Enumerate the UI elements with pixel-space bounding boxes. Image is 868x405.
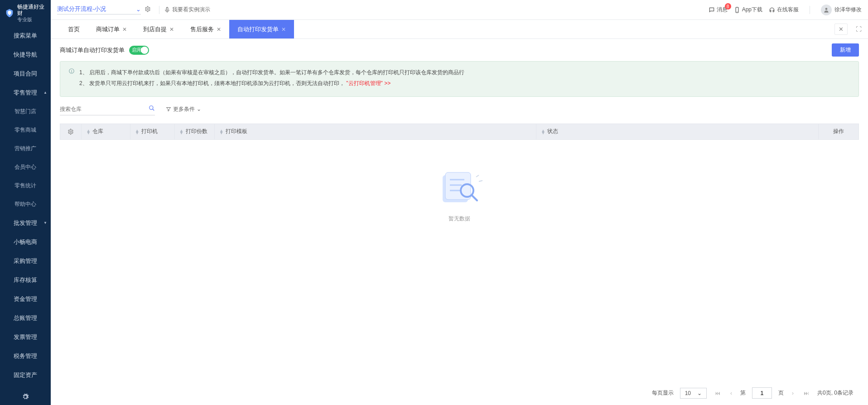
feature-label: 商城订单自动打印发货单 — [60, 46, 125, 54]
last-page[interactable]: ⏭ — [802, 390, 811, 396]
sidebar-item-1[interactable]: 快捷导航 — [0, 45, 51, 64]
tab[interactable]: 售后服务✕ — [182, 20, 229, 38]
search-warehouse[interactable] — [60, 103, 155, 115]
close-icon[interactable]: ✕ — [169, 26, 174, 33]
headset-icon — [769, 7, 775, 13]
empty-text: 暂无数据 — [448, 215, 470, 223]
sidebar-item-3[interactable]: 零售管理▲ — [0, 83, 51, 102]
sidebar-item-6[interactable]: 营销推广 — [0, 139, 51, 158]
col-0[interactable] — [60, 124, 82, 139]
user-name: 徐泽华修改 — [834, 6, 862, 14]
org-selector[interactable]: 测试分开流程-小况 ⌄ — [57, 5, 141, 14]
logo-icon — [5, 8, 14, 18]
chevron-down-icon: ⌄ — [697, 390, 702, 396]
enable-switch[interactable]: 启用 — [129, 46, 149, 55]
page-size-selector[interactable]: 10 ⌄ — [680, 388, 707, 399]
brand-logo: 畅捷通好业财 专业版 — [0, 0, 51, 26]
sidebar-item-5[interactable]: 零售商城 — [0, 121, 51, 139]
sidebar-item-11[interactable]: 小畅电商 — [0, 233, 51, 252]
switch-handle — [141, 47, 148, 54]
messages[interactable]: 消息 8 — [709, 6, 728, 14]
sidebar-item-19[interactable]: 工资 — [0, 385, 51, 389]
sort-icon[interactable]: ▲▼ — [541, 129, 545, 134]
per-page-label: 每页显示 — [652, 389, 674, 397]
user-icon — [823, 7, 829, 13]
sidebar-item-14[interactable]: 资金管理 — [0, 290, 51, 309]
switch-label: 启用 — [132, 47, 142, 53]
col-1[interactable]: ▲▼仓库 — [82, 124, 130, 139]
sort-icon[interactable]: ▲▼ — [179, 129, 184, 134]
chevron-down-icon: ⌄ — [136, 6, 141, 13]
col-6: 操作 — [819, 124, 858, 139]
demo-link[interactable]: 我要看实例演示 — [164, 6, 210, 14]
search-icon[interactable] — [149, 105, 155, 113]
more-filters[interactable]: 更多条件 ⌄ — [166, 105, 201, 113]
svg-line-8 — [153, 109, 154, 111]
sidebar-item-8[interactable]: 零售统计 — [0, 176, 51, 195]
col-3[interactable]: ▲▼打印份数 — [175, 124, 215, 139]
svg-point-9 — [70, 131, 72, 133]
col-2[interactable]: ▲▼打印机 — [130, 124, 175, 139]
empty-state: 暂无数据 — [60, 140, 859, 250]
page-tabs: 首页商城订单✕到店自提✕售后服务✕自动打印发货单✕ ✕ ⛶ — [51, 20, 868, 39]
avatar — [821, 5, 832, 15]
sidebar-nav: 搜索菜单快捷导航项目合同零售管理▲智慧门店零售商城营销推广会员中心零售统计帮助中… — [0, 26, 51, 389]
caret-icon: ▲ — [43, 91, 47, 95]
brand-title: 畅捷通好业财 — [17, 4, 46, 17]
cloud-printer-link[interactable]: "云打印机管理" >> — [346, 80, 391, 86]
sort-icon[interactable]: ▲▼ — [135, 129, 140, 134]
sort-icon[interactable]: ▲▼ — [219, 129, 224, 134]
close-icon[interactable]: ✕ — [217, 26, 221, 33]
sidebar-item-7[interactable]: 会员中心 — [0, 158, 51, 176]
sidebar-item-13[interactable]: 库存核算 — [0, 271, 51, 290]
close-icon[interactable]: ✕ — [281, 26, 286, 33]
search-input[interactable] — [60, 103, 149, 115]
sidebar-item-16[interactable]: 发票管理 — [0, 328, 51, 347]
info-line-2a: 2、 发货单只可用云打印机来打，如果只有本地打印机，须将本地打印机添加为云打印机… — [79, 80, 345, 86]
next-page[interactable]: › — [790, 390, 796, 396]
prev-page[interactable]: ‹ — [728, 390, 734, 396]
svg-point-7 — [149, 106, 153, 110]
sidebar-item-15[interactable]: 总账管理 — [0, 309, 51, 328]
org-name: 测试分开流程-小况 — [57, 5, 106, 13]
sidebar-item-12[interactable]: 采购管理 — [0, 252, 51, 271]
svg-point-3 — [825, 8, 828, 10]
tip-icon — [68, 68, 75, 90]
close-icon[interactable]: ✕ — [122, 26, 127, 33]
first-page[interactable]: ⏮ — [713, 390, 722, 396]
sidebar-item-2[interactable]: 项目合同 — [0, 64, 51, 83]
svg-rect-11 — [445, 172, 471, 200]
tab[interactable]: 首页 — [60, 20, 88, 38]
phone-icon — [734, 7, 740, 13]
sidebar-item-9[interactable]: 帮助中心 — [0, 195, 51, 214]
sidebar-settings[interactable] — [0, 389, 51, 405]
app-download[interactable]: App下载 — [734, 6, 762, 14]
settings-icon[interactable] — [145, 6, 151, 14]
info-line-1: 1、 启用后，商城下单付款成功后（如果有审核是在审核之后），自动打印发货单。如果… — [79, 68, 464, 77]
add-button[interactable]: 新增 — [832, 43, 859, 57]
sidebar-item-0[interactable]: 搜索菜单 — [0, 26, 51, 45]
sidebar-item-10[interactable]: 批发管理▼ — [0, 214, 51, 233]
sidebar-item-4[interactable]: 智慧门店 — [0, 102, 51, 121]
tabs-close-all[interactable]: ✕ — [834, 24, 848, 35]
sort-icon[interactable]: ▲▼ — [86, 129, 91, 134]
col-4[interactable]: ▲▼打印模板 — [215, 124, 536, 139]
divider — [159, 6, 159, 14]
sidebar-item-18[interactable]: 固定资产 — [0, 366, 51, 385]
svg-line-16 — [472, 195, 477, 200]
filter-icon — [166, 106, 171, 112]
table-header: ▲▼仓库▲▼打印机▲▼打印份数▲▼打印模板▲▼状态操作 — [60, 124, 859, 140]
message-icon — [709, 7, 715, 13]
tab[interactable]: 商城订单✕ — [88, 20, 135, 38]
msg-badge: 8 — [725, 3, 731, 10]
mic-icon — [164, 7, 170, 13]
tab[interactable]: 自动打印发货单✕ — [229, 20, 294, 38]
customer-service[interactable]: 在线客服 — [769, 6, 799, 14]
sidebar-item-17[interactable]: 税务管理 — [0, 347, 51, 366]
pagination: 每页显示 10 ⌄ ⏮ ‹ 第 页 › ⏭ 共0页, 0条记录 — [51, 381, 868, 405]
tab[interactable]: 到店自提✕ — [135, 20, 182, 38]
col-5[interactable]: ▲▼状态 — [536, 124, 819, 139]
fullscreen-icon[interactable]: ⛶ — [852, 24, 865, 34]
user-menu[interactable]: 徐泽华修改 — [821, 5, 862, 15]
page-input[interactable] — [752, 387, 772, 399]
